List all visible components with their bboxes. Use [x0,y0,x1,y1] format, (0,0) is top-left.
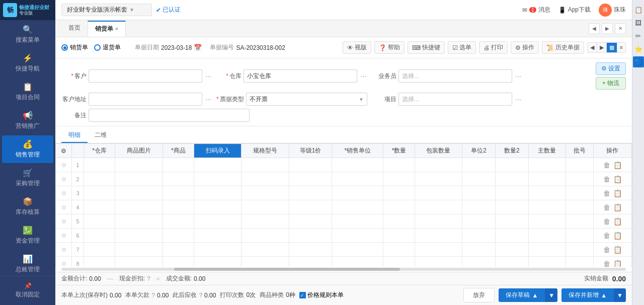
debt-help-icon[interactable]: ? [151,292,155,299]
table-cell[interactable] [84,214,115,228]
copy-row-icon[interactable]: 📋 [613,217,622,225]
radio-sale-order[interactable]: 销货单 [61,43,88,52]
shortcut-btn[interactable]: ⌨ 快捷键 [408,41,445,54]
table-cell[interactable] [415,257,462,267]
table-cell[interactable] [332,243,383,257]
table-cell[interactable] [415,200,462,214]
table-cell[interactable] [163,243,194,257]
table-cell[interactable] [84,243,115,257]
table-cell[interactable] [115,214,163,228]
sidebar-item-purchase[interactable]: 🛒 采购管理 [2,164,53,192]
project-lookup-icon[interactable]: ··· [514,95,522,103]
table-cell[interactable] [462,257,496,267]
table-cell[interactable] [289,243,332,257]
message-action[interactable]: ✉ 1 消息 [522,6,550,14]
table-cell[interactable] [242,200,289,214]
table-cell[interactable] [383,214,415,228]
delete-row-icon[interactable]: 🗑 [603,161,610,169]
table-cell[interactable] [194,214,242,228]
tab-2d[interactable]: 二维 [88,128,114,143]
table-cell[interactable] [194,243,242,257]
table-cell[interactable] [528,200,566,214]
table-cell[interactable] [115,172,163,186]
table-cell[interactable] [115,243,163,257]
table-row[interactable]: ⚙5🗑📋 [56,214,632,228]
table-cell[interactable] [528,214,566,228]
save-new-button[interactable]: 保存并新增 ▲ [561,288,614,302]
table-cell[interactable] [242,257,289,267]
table-cell[interactable] [383,243,415,257]
sidebar-item-search[interactable]: 🔍 搜索菜单 [2,21,53,48]
table-cell[interactable] [115,257,163,267]
table-cell[interactable] [566,200,594,214]
tab-close-all-button[interactable]: ✕ [615,23,626,34]
copy-row-icon[interactable]: 📋 [613,189,622,197]
table-cell[interactable] [242,228,289,243]
table-cell[interactable] [495,214,528,228]
sidebar-item-projects[interactable]: 📋 项目合同 [2,78,53,106]
table-cell[interactable] [566,186,594,200]
table-cell[interactable] [84,172,115,186]
table-cell[interactable] [383,257,415,267]
next-record-btn[interactable]: ▶ [597,43,607,52]
table-cell[interactable] [115,158,163,172]
table-cell[interactable] [84,228,115,243]
table-cell[interactable] [194,228,242,243]
history-btn[interactable]: 📜 历史单据 [542,41,584,54]
table-cell[interactable] [115,228,163,243]
table-cell[interactable] [462,228,496,243]
future-receivable-help-icon[interactable]: ? [199,292,202,299]
table-cell[interactable] [415,228,462,243]
table-cell[interactable] [84,158,115,172]
scrollbar-thumb[interactable] [174,268,400,271]
print-btn[interactable]: 🖨 打印 [479,41,508,54]
delete-row-icon[interactable]: 🗑 [603,203,610,211]
view-btn[interactable]: 👁 视版 [343,41,371,54]
company-selector[interactable]: 好业财专业版演示帐套 ▼ [61,4,152,16]
right-icon-4[interactable]: ⭐ [633,43,644,54]
right-icon-1[interactable]: 📋 [633,4,644,15]
tab-sale-order[interactable]: 销货单 × [88,21,126,37]
table-cell[interactable] [462,158,496,172]
table-row[interactable]: ⚙1🗑📋 [56,158,632,172]
table-cell[interactable] [383,186,415,200]
copy-row-icon[interactable]: 📋 [613,161,622,169]
table-row[interactable]: ⚙6🗑📋 [56,228,632,243]
copy-row-icon[interactable]: 📋 [613,175,622,183]
table-cell[interactable] [194,200,242,214]
table-cell[interactable] [242,172,289,186]
table-row[interactable]: ⚙4🗑📋 [56,200,632,214]
table-cell[interactable] [163,172,194,186]
customer-input[interactable] [89,69,202,83]
table-cell[interactable] [495,186,528,200]
project-input[interactable]: 选择... [398,93,512,106]
radio-return-order[interactable]: 退货单 [94,43,121,52]
abandon-button[interactable]: 放弃 [463,288,495,302]
table-cell[interactable] [462,243,496,257]
table-cell[interactable] [115,200,163,214]
table-cell[interactable] [242,214,289,228]
app-download-action[interactable]: 📱 App下载 [558,6,591,14]
settings-col-header[interactable]: ⚙ [56,144,72,158]
table-cell[interactable] [194,186,242,200]
table-cell[interactable] [163,200,194,214]
table-action-cell[interactable]: 🗑📋 [593,243,631,257]
right-icon-2[interactable]: 🖼 [633,17,644,28]
table-cell[interactable] [84,200,115,214]
discount-help-icon[interactable]: ? [147,275,150,282]
table-cell[interactable] [462,200,496,214]
table-cell[interactable] [528,172,566,186]
table-cell[interactable] [528,243,566,257]
copy-row-icon[interactable]: 📋 [613,232,622,240]
table-cell[interactable] [415,172,462,186]
table-cell[interactable] [163,214,194,228]
table-cell[interactable] [332,257,383,267]
table-cell[interactable] [415,186,462,200]
table-action-cell[interactable]: 🗑📋 [593,257,631,267]
delete-row-icon[interactable]: 🗑 [603,246,610,254]
table-cell[interactable] [495,158,528,172]
table-cell[interactable] [332,172,383,186]
sidebar-item-inventory[interactable]: 📦 库存核算 [2,193,53,220]
copy-row-icon[interactable]: 📋 [613,203,622,211]
table-cell[interactable] [289,228,332,243]
